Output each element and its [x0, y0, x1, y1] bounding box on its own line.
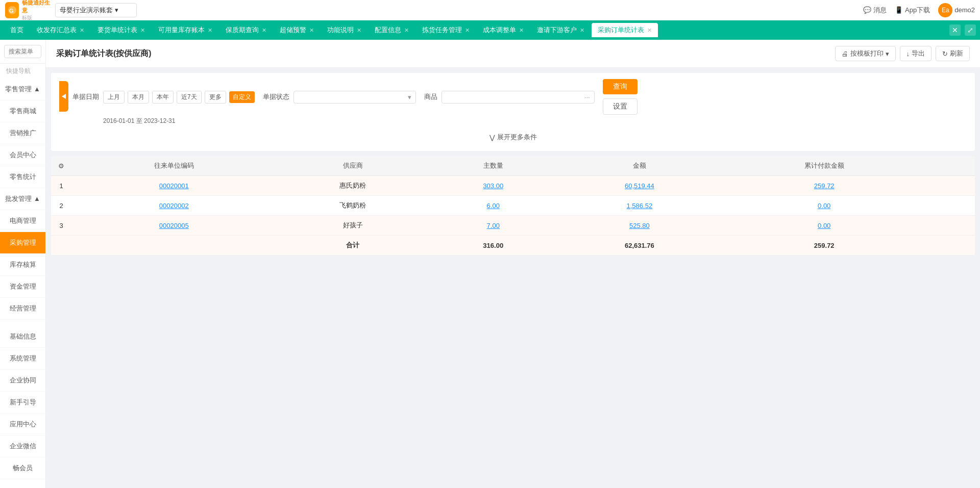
th-supplier: 供应商 — [277, 156, 429, 176]
date-btn-this-year[interactable]: 本年 — [152, 91, 174, 104]
tab-overstock[interactable]: 超储预警 ✕ — [274, 23, 320, 37]
footer-amount: 62,631.76 — [557, 236, 722, 255]
tab-receive-pay[interactable]: 收发存汇总表 ✕ — [31, 23, 90, 37]
expand-row: ⋁ 展开更多条件 — [59, 130, 967, 145]
message-btn[interactable]: 💬 消息 — [863, 6, 887, 15]
sidebar-item-ecommerce-mgmt[interactable]: 电商管理 — [0, 210, 45, 232]
tab-cost-adjust[interactable]: 成本调整单 ✕ — [477, 23, 530, 37]
code-link[interactable]: 00020001 — [159, 182, 189, 190]
close-icon[interactable]: ✕ — [80, 27, 84, 34]
data-table-wrap: ⚙ 往来单位编码 供应商 主数量 金额 累计付款金额 1 000200 — [51, 156, 975, 255]
code-link[interactable]: 00020002 — [159, 202, 189, 210]
tab-picking-task[interactable]: 拣货任务管理 ✕ — [416, 23, 476, 37]
tab-purchase-stats[interactable]: 采购订单统计表 ✕ — [592, 23, 658, 37]
qty-link[interactable]: 7.00 — [487, 222, 500, 229]
close-icon[interactable]: ✕ — [140, 27, 145, 34]
goods-input[interactable] — [446, 93, 582, 101]
date-btn-7days[interactable]: 近7天 — [177, 91, 202, 104]
paid-link[interactable]: 259.72 — [814, 182, 835, 190]
date-btn-last-month[interactable]: 上月 — [103, 91, 125, 104]
amount-link[interactable]: 60,519.44 — [625, 182, 654, 190]
paid-link[interactable]: 0.00 — [818, 222, 830, 229]
amount-link[interactable]: 1,586.52 — [627, 202, 653, 210]
th-paid: 累计付款金额 — [722, 156, 927, 176]
sidebar-item-member-center[interactable]: 会员中心 — [0, 144, 45, 166]
cell-qty-1: 303.00 — [429, 176, 557, 196]
search-input[interactable] — [4, 45, 41, 58]
sidebar-item-retail-shop[interactable]: 零售商城 — [0, 100, 45, 122]
close-icon[interactable]: ✕ — [357, 27, 361, 34]
paid-link[interactable]: 0.00 — [818, 202, 830, 210]
nav-tabs: 首页 收发存汇总表 ✕ 要货单统计表 ✕ 可用量库存账本 ✕ 保质期查询 ✕ 超… — [0, 20, 980, 40]
date-btn-this-month[interactable]: 本月 — [128, 91, 149, 104]
footer-label — [71, 236, 277, 255]
company-selector[interactable]: 母婴行业演示账套 ▾ — [55, 3, 137, 17]
close-icon[interactable]: ✕ — [404, 27, 409, 34]
sidebar-item-wholesale-mgmt[interactable]: 批发管理 ▲ — [0, 188, 45, 210]
refresh-btn[interactable]: ↻ 刷新 — [936, 46, 970, 61]
expand-tab-btn[interactable]: ⤢ — [965, 24, 976, 36]
tab-config-info[interactable]: 配置信息 ✕ — [369, 23, 415, 37]
sidebar-item-new-guide[interactable]: 新手引导 — [0, 392, 45, 414]
qty-link[interactable]: 303.00 — [483, 182, 503, 190]
table-footer-row: 合计 316.00 62,631.76 259.72 — [51, 236, 975, 255]
template-print-btn[interactable]: 🖨 按模板打印 ▾ — [835, 46, 896, 61]
sidebar-item-retail-mgmt[interactable]: 零售管理 ▲ — [0, 79, 45, 100]
sidebar-item-marketing[interactable]: 营销推广 — [0, 122, 45, 144]
th-settings[interactable]: ⚙ — [51, 156, 71, 176]
expand-more-btn[interactable]: ⋁ 展开更多条件 — [483, 130, 543, 145]
cell-code-1: 00020001 — [71, 176, 277, 196]
sidebar-item-purchase-mgmt[interactable]: 采购管理 — [0, 232, 45, 254]
amount-link[interactable]: 525.80 — [629, 222, 650, 229]
sidebar-item-vip-member[interactable]: 畅会员 — [0, 457, 45, 479]
close-icon[interactable]: ✕ — [208, 27, 212, 34]
date-btn-more[interactable]: 更多 — [205, 91, 226, 104]
sidebar-item-inventory-check[interactable]: 库存核算 — [0, 254, 45, 276]
export-btn[interactable]: ↓ 导出 — [900, 46, 932, 61]
top-bar-left: G 畅捷通好生意 标版 母婴行业演示账套 ▾ — [5, 0, 137, 21]
sidebar: 快捷导航 零售管理 ▲ 零售商城 营销推广 会员中心 零售统计 批发管理 ▲ 电… — [0, 40, 46, 488]
cell-extra-2 — [926, 196, 975, 216]
tab-feature-desc[interactable]: 功能说明 ✕ — [321, 23, 368, 37]
close-icon[interactable]: ✕ — [519, 27, 524, 34]
table-settings-icon[interactable]: ⚙ — [58, 162, 64, 170]
app-download-btn[interactable]: 📱 App下载 — [895, 6, 930, 15]
sidebar-item-app-center[interactable]: 应用中心 — [0, 414, 45, 435]
query-btn[interactable]: 查询 — [603, 79, 638, 94]
close-icon[interactable]: ✕ — [465, 27, 470, 34]
logo-text: 畅捷通好生意 标版 — [22, 0, 51, 21]
page-header: 采购订单统计表(按供应商) 🖨 按模板打印 ▾ ↓ 导出 ↻ 刷新 — [46, 40, 980, 68]
sidebar-item-retail-stats[interactable]: 零售统计 — [0, 166, 45, 188]
sidebar-item-enterprise-collab[interactable]: 企业协同 — [0, 370, 45, 392]
tab-available-stock[interactable]: 可用量库存账本 ✕ — [152, 23, 218, 37]
sidebar-item-finance-mgmt[interactable]: 资金管理 — [0, 276, 45, 298]
settings-btn[interactable]: 设置 — [603, 98, 638, 115]
close-tab-btn[interactable]: ✕ — [949, 24, 961, 36]
code-link[interactable]: 00020005 — [159, 222, 189, 229]
cell-paid-3: 0.00 — [722, 216, 927, 236]
user-avatar-btn[interactable]: Ea demo2 — [938, 3, 975, 17]
close-icon[interactable]: ✕ — [262, 27, 266, 34]
ellipsis-icon[interactable]: ··· — [584, 93, 590, 101]
filter-collapse-btn[interactable] — [59, 81, 68, 112]
footer-empty — [51, 236, 71, 255]
svg-marker-2 — [62, 94, 66, 99]
sidebar-item-system-mgmt[interactable]: 系统管理 — [0, 348, 45, 370]
tab-home[interactable]: 首页 — [4, 23, 30, 37]
tab-expiry-query[interactable]: 保质期查询 ✕ — [219, 23, 273, 37]
status-label: 单据状态 — [263, 92, 289, 101]
sidebar-item-basic-info[interactable]: 基础信息 — [0, 326, 45, 348]
cell-paid-2: 0.00 — [722, 196, 927, 216]
close-icon[interactable]: ✕ — [309, 27, 314, 34]
data-table: ⚙ 往来单位编码 供应商 主数量 金额 累计付款金额 1 000200 — [51, 156, 975, 255]
sidebar-search-area — [0, 40, 45, 64]
status-select[interactable]: ▾ — [293, 91, 416, 104]
qty-link[interactable]: 6.00 — [487, 202, 500, 210]
tab-invite-downstream[interactable]: 邀请下游客户 ✕ — [531, 23, 591, 37]
sidebar-item-operation-mgmt[interactable]: 经营管理 — [0, 298, 45, 320]
custom-date-tag[interactable]: 自定义 — [229, 91, 255, 103]
close-icon[interactable]: ✕ — [647, 27, 652, 34]
close-icon[interactable]: ✕ — [580, 27, 584, 34]
sidebar-item-enterprise-wechat[interactable]: 企业微信 — [0, 435, 45, 457]
tab-order-stats[interactable]: 要货单统计表 ✕ — [91, 23, 151, 37]
